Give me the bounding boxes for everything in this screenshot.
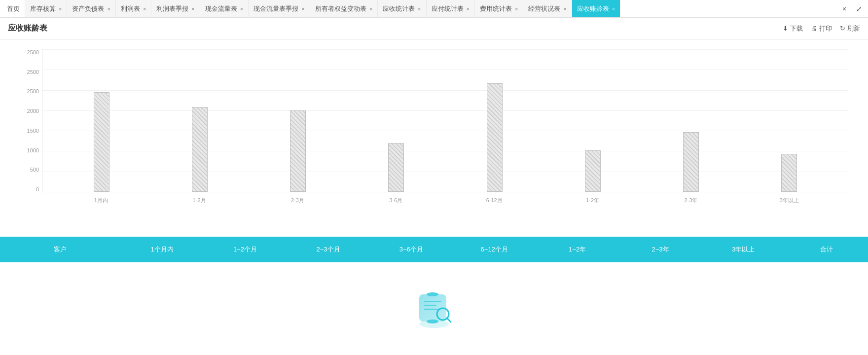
tab-bar: 首页库存核算×资产负债表×利润表×利润表季报×现金流量表×现金流量表季报×所有者… — [0, 0, 868, 18]
chart-bar[interactable] — [683, 132, 699, 192]
tab-close-btn[interactable]: × — [240, 6, 243, 12]
bar-group — [52, 92, 150, 192]
chart-area: 2500250025002000150010005000 1月内1-2月2-3月… — [0, 39, 868, 237]
download-button[interactable]: ⬇ 下载 — [783, 24, 803, 33]
tab-profit[interactable]: 利润表× — [116, 0, 151, 18]
tab-home[interactable]: 首页 — [2, 0, 25, 18]
tab-label: 首页 — [7, 4, 20, 13]
svg-rect-5 — [424, 309, 439, 310]
refresh-button[interactable]: ↻ 刷新 — [840, 24, 860, 33]
tab-close-btn[interactable]: × — [515, 6, 518, 12]
chart-bar[interactable] — [781, 154, 797, 192]
chart-container: 2500250025002000150010005000 1月内1-2月2-3月… — [20, 49, 848, 207]
svg-line-7 — [447, 318, 451, 322]
tab-close-btn[interactable]: × — [301, 6, 304, 12]
chart-plot — [42, 49, 848, 192]
tab-close-btn[interactable]: × — [107, 6, 110, 12]
chart-bar[interactable] — [487, 83, 503, 192]
tab-balance-sheet[interactable]: 资产负债表× — [67, 0, 115, 18]
header-actions: ⬇ 下载 🖨 打印 ↻ 刷新 — [783, 24, 860, 33]
window-controls: × ⤢ — [837, 0, 868, 18]
tab-label: 应收账龄表 — [577, 4, 609, 13]
svg-point-9 — [427, 320, 438, 323]
y-axis-label: 2500 — [27, 88, 39, 94]
chart-bar[interactable] — [94, 92, 109, 192]
tab-label: 现金流量表季报 — [253, 4, 298, 13]
bar-group — [150, 107, 249, 192]
refresh-icon: ↻ — [840, 25, 845, 32]
x-axis: 1月内1-2月2-3月3-6月6-12月1-2年2-3年3年以上 — [42, 193, 848, 207]
maximize-window-button[interactable]: ⤢ — [852, 2, 866, 16]
page-title: 应收账龄表 — [8, 23, 47, 34]
chart-bar[interactable] — [192, 107, 208, 192]
tab-profit-quarterly[interactable]: 利润表季报× — [151, 0, 200, 18]
tab-equity-change[interactable]: 所有者权益变动表× — [310, 0, 378, 18]
x-axis-label: 1月内 — [52, 197, 150, 204]
tab-ar-aging[interactable]: 应收账龄表× — [572, 0, 620, 18]
table-header: 客户1个月内1~2个月2~3个月3~6个月6~12个月1~2年2~3年3年以上合… — [0, 237, 868, 262]
table-header-cell: 客户 — [0, 245, 121, 254]
table-header-cell: 1个月内 — [121, 245, 204, 254]
x-axis-label: 6-12月 — [445, 197, 543, 204]
table-header-cell: 1~2年 — [536, 245, 618, 254]
y-axis-label: 2500 — [27, 69, 39, 75]
main-content: 2500250025002000150010005000 1月内1-2月2-3月… — [0, 39, 868, 355]
svg-rect-4 — [424, 305, 436, 306]
table-header-cell: 6~12个月 — [453, 245, 536, 254]
tab-close-btn[interactable]: × — [191, 6, 194, 12]
bar-group — [347, 143, 445, 192]
tab-close-btn[interactable]: × — [59, 6, 62, 12]
empty-state — [0, 262, 868, 351]
tab-label: 应收统计表 — [383, 4, 415, 13]
tab-label: 费用统计表 — [480, 4, 512, 13]
table-header-cell: 2~3年 — [619, 245, 702, 254]
empty-state-icon — [409, 282, 459, 331]
x-axis-label: 2-3年 — [642, 197, 740, 204]
tab-label: 应付统计表 — [432, 4, 464, 13]
bar-group — [249, 110, 347, 192]
tab-label: 利润表 — [121, 4, 140, 13]
x-axis-label: 1-2年 — [543, 197, 642, 204]
bar-group — [642, 132, 740, 192]
bar-group — [740, 154, 838, 192]
tab-cashflow[interactable]: 现金流量表× — [200, 0, 249, 18]
tab-ap-stat[interactable]: 应付统计表× — [427, 0, 475, 18]
tab-close-btn[interactable]: × — [369, 6, 372, 12]
table-header-cell: 3年以上 — [702, 245, 785, 254]
tab-expense-stat[interactable]: 费用统计表× — [475, 0, 523, 18]
tab-close-btn[interactable]: × — [418, 6, 421, 12]
tab-close-btn[interactable]: × — [612, 6, 615, 12]
tab-close-btn[interactable]: × — [467, 6, 470, 12]
tab-ar-stat[interactable]: 应收统计表× — [378, 0, 426, 18]
bar-group — [445, 83, 543, 192]
y-axis-label: 2500 — [27, 49, 39, 55]
tab-label: 经营状况表 — [528, 4, 560, 13]
table-header-cell: 3~6个月 — [370, 245, 453, 254]
page-header: 应收账龄表 ⬇ 下载 🖨 打印 ↻ 刷新 — [0, 18, 868, 39]
tab-close-btn[interactable]: × — [563, 6, 566, 12]
tab-label: 现金流量表 — [205, 4, 237, 13]
close-window-button[interactable]: × — [837, 2, 851, 16]
tab-label: 库存核算 — [30, 4, 56, 13]
tab-inventory[interactable]: 库存核算× — [25, 0, 67, 18]
x-axis-label: 3年以上 — [740, 197, 838, 204]
tab-cashflow-quarterly[interactable]: 现金流量表季报× — [249, 0, 310, 18]
tab-label: 资产负债表 — [72, 4, 104, 13]
y-axis-label: 500 — [30, 167, 39, 173]
y-axis-label: 1500 — [27, 128, 39, 134]
table-header-cell: 1~2个月 — [204, 245, 287, 254]
tab-operation-stat[interactable]: 经营状况表× — [523, 0, 572, 18]
y-axis: 2500250025002000150010005000 — [20, 49, 42, 192]
tab-label: 利润表季报 — [156, 4, 188, 13]
chart-bar[interactable] — [290, 110, 306, 192]
chart-bar[interactable] — [585, 150, 601, 192]
x-axis-label: 2-3月 — [249, 197, 347, 204]
print-button[interactable]: 🖨 打印 — [811, 24, 832, 33]
y-axis-label: 0 — [36, 186, 39, 192]
svg-point-8 — [427, 292, 438, 296]
table-header-cell: 合计 — [785, 245, 868, 254]
y-axis-label: 1000 — [27, 147, 39, 153]
download-icon: ⬇ — [783, 25, 788, 32]
tab-close-btn[interactable]: × — [143, 6, 146, 12]
chart-bar[interactable] — [388, 143, 404, 192]
